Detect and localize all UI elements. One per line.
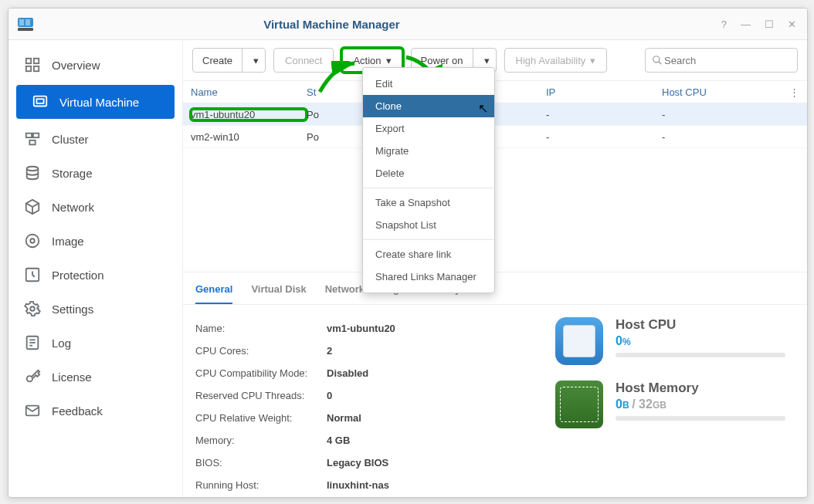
network-icon xyxy=(24,198,41,215)
search-input[interactable] xyxy=(645,48,798,73)
sidebar-item-overview[interactable]: Overview xyxy=(8,48,182,82)
feedback-icon xyxy=(24,402,41,419)
action-menu: Edit Clone Export Migrate Delete Take a … xyxy=(362,67,495,293)
connect-button[interactable]: Connect xyxy=(273,48,334,73)
host-cpu-stat: Host CPU 0% xyxy=(555,317,795,365)
sidebar-item-feedback[interactable]: Feedback xyxy=(8,394,182,428)
cpu-icon xyxy=(555,317,603,365)
sidebar-item-storage[interactable]: Storage xyxy=(8,156,182,190)
svg-rect-5 xyxy=(34,59,39,63)
svg-rect-6 xyxy=(26,66,31,71)
svg-rect-12 xyxy=(29,140,35,145)
titlebar: Virtual Machine Manager ? — ☐ ✕ xyxy=(8,8,807,40)
svg-point-17 xyxy=(30,306,35,311)
sidebar-item-cluster[interactable]: Cluster xyxy=(8,122,182,156)
window-title: Virtual Machine Manager xyxy=(8,18,721,31)
svg-point-14 xyxy=(26,235,39,248)
search-icon xyxy=(652,55,663,66)
svg-point-15 xyxy=(30,238,35,243)
svg-rect-8 xyxy=(34,96,47,107)
detail-tabs: General Virtual Disk Network High Availa… xyxy=(183,272,807,305)
chevron-down-icon[interactable]: ▾ xyxy=(478,55,496,66)
sidebar-item-network[interactable]: Network xyxy=(8,190,182,224)
help-icon[interactable]: ? xyxy=(721,19,727,30)
app-window: Virtual Machine Manager ? — ☐ ✕ Overview… xyxy=(8,8,808,498)
toolbar: Create▾ Connect Action▾ Power on▾ High A… xyxy=(183,40,807,81)
host-memory-stat: Host Memory 0B / 32GB xyxy=(555,381,795,428)
maximize-icon[interactable]: ☐ xyxy=(765,19,774,30)
tab-network[interactable]: Network xyxy=(325,283,365,304)
svg-point-24 xyxy=(653,56,660,63)
menu-take-snapshot[interactable]: Take a Snapshot xyxy=(363,191,494,214)
menu-delete[interactable]: Delete xyxy=(363,162,494,184)
log-icon xyxy=(24,334,41,351)
table-row[interactable]: vm1-ubuntu20 Po -nas - - xyxy=(183,103,807,126)
svg-point-22 xyxy=(27,376,32,381)
cpu-bar xyxy=(616,353,785,357)
svg-point-13 xyxy=(27,167,39,171)
sidebar-item-license[interactable]: License xyxy=(8,360,182,394)
tab-vdisk[interactable]: Virtual Disk xyxy=(251,283,306,304)
chevron-down-icon: ▾ xyxy=(386,55,392,66)
col-name[interactable]: Name xyxy=(191,86,307,98)
license-icon xyxy=(24,368,41,385)
vm-icon xyxy=(32,93,49,110)
col-ip[interactable]: IP xyxy=(546,86,662,98)
table-row[interactable]: vm2-win10 Po -nas - - xyxy=(183,126,807,148)
vm-properties: Name:vm1-ubuntu20 CPU Cores:2 CPU Compat… xyxy=(183,305,555,497)
col-hostcpu[interactable]: Host CPU xyxy=(662,86,789,98)
menu-edit[interactable]: Edit xyxy=(363,73,494,95)
create-button[interactable]: Create▾ xyxy=(192,48,266,73)
menu-create-share-link[interactable]: Create share link xyxy=(363,243,494,266)
menu-migrate[interactable]: Migrate xyxy=(363,140,494,162)
tab-general[interactable]: General xyxy=(195,283,232,304)
memory-icon xyxy=(555,381,603,428)
svg-rect-9 xyxy=(36,99,43,103)
sidebar-item-virtual-machine[interactable]: Virtual Machine xyxy=(16,85,175,119)
image-icon xyxy=(24,232,41,249)
svg-rect-4 xyxy=(26,59,31,63)
chevron-down-icon: ▾ xyxy=(590,55,595,66)
more-columns-icon[interactable]: ⋮ xyxy=(789,86,807,98)
menu-clone[interactable]: Clone xyxy=(363,95,494,117)
storage-icon xyxy=(24,164,41,181)
menu-snapshot-list[interactable]: Snapshot List xyxy=(363,214,494,236)
mouse-cursor-icon: ↖ xyxy=(478,101,488,116)
memory-bar xyxy=(616,416,785,421)
minimize-icon[interactable]: — xyxy=(741,19,751,30)
cluster-icon xyxy=(24,130,41,147)
table-header: Name St Host IP Host CPU ⋮ xyxy=(183,81,807,103)
menu-shared-links-manager[interactable]: Shared Links Manager xyxy=(363,266,494,288)
svg-rect-7 xyxy=(34,66,39,71)
dashboard-icon xyxy=(24,56,41,73)
sidebar-item-log[interactable]: Log xyxy=(8,326,182,360)
svg-rect-11 xyxy=(33,134,39,138)
close-icon[interactable]: ✕ xyxy=(788,19,796,30)
gear-icon xyxy=(24,300,41,317)
sidebar: Overview Virtual Machine Cluster Storage… xyxy=(8,40,183,497)
menu-export[interactable]: Export xyxy=(363,117,494,140)
protection-icon xyxy=(24,266,41,283)
sidebar-item-image[interactable]: Image xyxy=(8,224,182,258)
svg-rect-10 xyxy=(26,134,32,138)
svg-line-25 xyxy=(659,62,662,65)
chevron-down-icon[interactable]: ▾ xyxy=(247,55,265,66)
sidebar-item-protection[interactable]: Protection xyxy=(8,258,182,292)
sidebar-item-settings[interactable]: Settings xyxy=(8,292,182,326)
ha-button[interactable]: High Availability▾ xyxy=(504,48,608,73)
